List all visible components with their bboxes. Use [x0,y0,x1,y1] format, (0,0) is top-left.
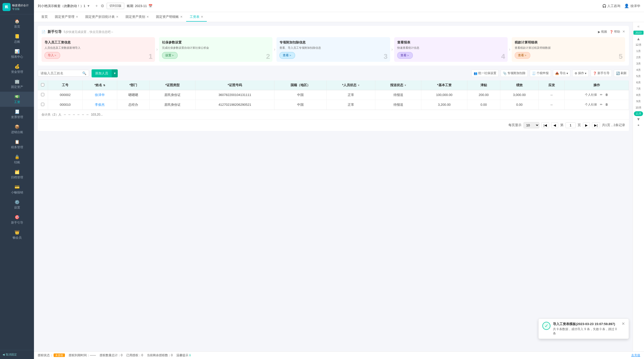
logo-area: 账 畅捷通好会计 专业版 [0,0,34,14]
step-3-button[interactable]: 查看＞ [279,52,295,59]
row-2-edit-icon[interactable]: ✏ [599,102,603,107]
toast-close-button[interactable]: ✕ [622,322,625,326]
tab-fixed-assets-detail[interactable]: 固定资产明细账 ✕ [152,13,186,22]
month-aug[interactable]: 8月 [633,92,644,98]
user-info[interactable]: 👤 徐泽华 [624,4,640,8]
tab-payroll-table-close[interactable]: ✕ [201,15,203,19]
sidebar-item-archive[interactable]: 🗂️ 归档管理 [0,167,34,182]
sidebar-item-payroll[interactable]: 💵 工资 [0,92,34,107]
month-may[interactable]: 5月 [633,74,644,79]
account-dropdown-icon[interactable]: ▼ [87,4,90,8]
tab-payroll-table[interactable]: 工资表 ✕ [186,13,207,22]
tab-fixed-assets-cat[interactable]: 固定资产类别 ✕ [122,13,152,22]
operation-button[interactable]: ⚙ 操作 ▾ [572,70,589,77]
select-all-checkbox[interactable] [41,83,44,86]
tab-fixed-assets-cat-close[interactable]: ✕ [146,15,149,19]
tab-fixed-assets-mgmt[interactable]: 固定资产管理 ✕ [51,13,82,22]
main-area: 刘小艳演示账套（勿删勿动！）1 ▼ ＋ ⚙ 切到旧版 账期 2023-11 📅 … [34,0,644,359]
calendar-icon[interactable]: 📅 [148,4,152,8]
page-first-button[interactable]: |◀ [541,122,549,128]
sidebar-item-tax[interactable]: 📋 税务管理 [0,137,34,152]
step-5-button[interactable]: 查看＞ [515,52,530,59]
sidebar-item-reports[interactable]: 📊 报表中心 [0,46,34,62]
panel-collapse-icon[interactable]: « [637,24,640,29]
sidebar-item-ledger[interactable]: 📒 总账 [0,31,34,46]
month-nov-active[interactable]: 11月 [634,111,643,116]
unpin-button[interactable]: ◀ 取消固定 [0,350,34,359]
sidebar-item-close[interactable]: 🔒 结账 [0,152,34,167]
step-4-button[interactable]: 查看＞ [397,52,413,59]
sidebar-item-inventory[interactable]: 📦 进销台账 [0,122,34,137]
page-last-button[interactable]: ▶| [592,122,600,128]
wizard-help-link[interactable]: ❓ 帮助 [610,30,620,34]
month-jun[interactable]: 6月 [633,80,644,85]
old-version-button[interactable]: 切到旧版 [107,3,124,9]
add-person-button[interactable]: 添加人员 [92,69,112,77]
add-person-dropdown-button[interactable]: ▾ [112,69,118,77]
year-down-icon[interactable]: ▼ [636,117,640,122]
favorites-icon[interactable]: ★ [637,123,640,128]
add-account-icon[interactable]: ＋ [95,3,99,9]
auth-status-label: 授权状态： 未授权 [38,353,65,357]
month-mar[interactable]: 3月 [633,61,644,66]
refresh-button[interactable]: 🔄 刷新 [614,70,629,77]
month-sep[interactable]: 9月 [633,99,644,104]
row-1-delete-icon[interactable]: 🗑 [604,92,609,97]
page-number-input[interactable]: 1 [566,122,576,128]
sidebar-item-member[interactable]: 👑 畅会员 [0,227,34,242]
row-1-action-link[interactable]: 个人社保 [584,92,598,97]
month-dec[interactable]: 12月 [633,42,644,47]
month-oct[interactable]: 10月 [633,105,644,110]
sidebar-item-fixed-assets[interactable]: 🏢 固定资产 [0,77,34,92]
operation-label: 操作 [578,71,584,75]
send-status-filter-icon[interactable]: ▼ [404,84,407,87]
page-prev-button[interactable]: ◀ [551,122,558,128]
wizard-icon: 📄 [42,30,46,34]
charge-link[interactable]: 去充值 [631,353,640,357]
tab-fixed-assets-dep[interactable]: 固定资产折旧统计表 ✕ [82,13,122,22]
month-jul[interactable]: 7月 [633,86,644,91]
sort-icon[interactable]: ⇅ [103,84,105,87]
row-2-name-link[interactable]: 李俊杰 [95,103,105,107]
sidebar-item-invoices[interactable]: 🧾 发票管理 [0,107,34,122]
page-size-select[interactable]: 10 20 50 [524,122,539,128]
sidebar-item-expense[interactable]: 💳 小畅报销 [0,182,34,197]
row-1-checkbox[interactable] [41,93,44,96]
row-1-name-link[interactable]: 徐泽华 [95,93,105,97]
wizard-steps: 导入员工工资信息 人员信息及工资数据新增导入 导入＞ 1 › 社保参数设置 完成… [42,37,625,62]
guide-button[interactable]: ❓ 新手引导 [591,70,612,77]
wizard-video-link[interactable]: ▶ 视频 [598,30,607,34]
year-up-icon[interactable]: ▲ [636,37,640,41]
page-next-button[interactable]: ▶ [583,122,590,128]
tab-fixed-assets-detail-close[interactable]: ✕ [180,15,183,19]
month-feb[interactable]: 2月 [633,55,644,60]
deduction-button[interactable]: 📎 专项附加扣除 [501,70,528,77]
step-1-button[interactable]: 导入＞ [45,52,60,59]
tab-fixed-assets-mgmt-close[interactable]: ✕ [76,15,78,19]
wizard-close-button[interactable]: ✕ [622,30,625,33]
settings-gear-icon[interactable]: ⚙ [101,4,104,8]
customer-service[interactable]: 🎧 人工咨询 [602,4,620,8]
row-2-status: 正常 [327,100,375,110]
sidebar-item-guide[interactable]: 🎯 新手引导 [0,212,34,227]
sidebar-item-home-label: 首页 [14,25,20,29]
search-icon[interactable]: 🔍 [82,71,86,75]
row-1-edit-icon[interactable]: ✏ [599,92,603,97]
tab-home[interactable]: 首页 [38,13,51,22]
sidebar-item-home[interactable]: 🏠 首页 [0,16,34,31]
sidebar-item-funds[interactable]: 💰 资金管理 [0,62,34,77]
status-filter-icon[interactable]: ▼ [357,84,360,87]
month-jan[interactable]: 1月 [633,48,644,54]
tab-fixed-assets-dep-close[interactable]: ✕ [116,15,118,19]
sidebar-item-settings[interactable]: ⚙️ 设置 [0,197,34,212]
tax-filing-button[interactable]: 🧾 个税申报 [530,70,551,77]
month-apr[interactable]: 4月 [633,67,644,73]
step-2-button[interactable]: 设置＞ [162,52,178,59]
operation-dropdown-icon: ▾ [585,72,586,75]
row-2-checkbox[interactable] [41,103,44,106]
export-button[interactable]: 📤 导出 ▾ [553,70,570,77]
social-insurance-button[interactable]: 👥 统一社保设置 [471,70,499,77]
search-input[interactable] [41,71,81,75]
row-2-action-link[interactable]: 个人社保 [584,102,598,107]
row-2-delete-icon[interactable]: 🗑 [604,102,609,107]
